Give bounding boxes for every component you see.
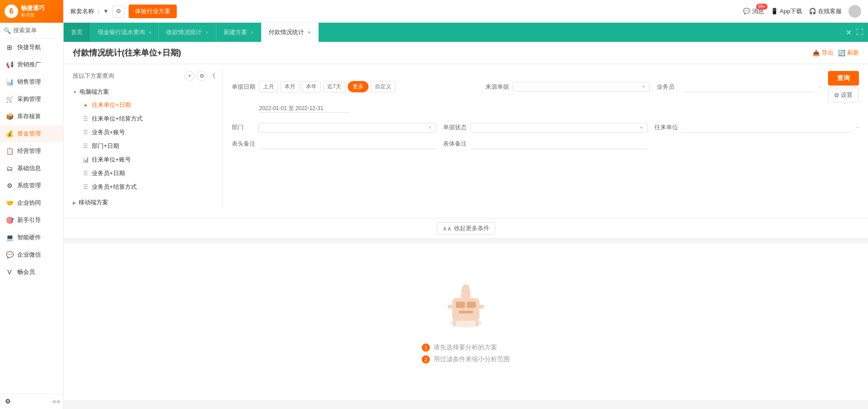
header-note-input[interactable] <box>259 138 436 149</box>
scheme-item-partner-settle[interactable]: ☰ 往来单位+结算方式 <box>73 112 215 126</box>
account-dropdown[interactable]: ▼ <box>103 8 109 15</box>
add-scheme-btn[interactable]: + <box>185 71 195 81</box>
sidebar-item-quick-nav[interactable]: ⊞快捷导航 <box>0 39 63 56</box>
sidebar-label-purchase: 采购管理 <box>17 95 41 103</box>
sidebar-item-guide[interactable]: 🎯新手引导 <box>0 212 63 229</box>
app-download-btn[interactable]: 📱 App下载 <box>771 7 802 15</box>
desktop-scheme-group: ▼ 电脑端方案 ● 往来单位+日期 ☰ 往来单位+结算方式 ☰ <box>73 86 215 194</box>
query-btn-area: 查询 ⚙ 设置 <box>828 71 859 102</box>
date-btn-custom[interactable]: 自定义 <box>371 81 395 92</box>
date-btn-more[interactable]: 更多 <box>348 81 369 92</box>
scheme-item-dept-date[interactable]: ☰ 部门+日期 <box>73 139 215 153</box>
sidebar-icon-operation: 📋 <box>5 147 14 155</box>
desktop-scheme-group-header[interactable]: ▼ 电脑端方案 <box>73 86 215 98</box>
collapse-more-btn[interactable]: ∧∧ 收起更多条件 <box>437 222 495 235</box>
sidebar-header: 6 畅捷通巧 标准版 <box>0 0 63 23</box>
date-btn-last-month[interactable]: 上月 <box>259 81 278 92</box>
sidebar-item-inventory[interactable]: 📦库存核算 <box>0 108 63 125</box>
scheme-item-staff-settle[interactable]: ☰ 业务员+结算方式 <box>73 180 215 194</box>
bill-status-field: 单据状态 ▼ <box>443 123 648 132</box>
settings-display-btn[interactable]: ⚙ 设置 <box>828 88 859 102</box>
sidebar-item-enterprise[interactable]: 🤝企业协同 <box>0 194 63 212</box>
settings-footer-icon[interactable]: ⚙ <box>4 397 12 405</box>
partner-field: 往来单位 ··· <box>654 122 859 133</box>
date-btn-this-month[interactable]: 本月 <box>280 81 299 92</box>
refresh-btn[interactable]: 🔄 刷新 <box>838 49 859 57</box>
group-arrow-down: ▼ <box>73 90 77 95</box>
date-range-input[interactable] <box>259 104 350 113</box>
topbar-left: 账套名称 | ▼ ⚙ 体验行业方案 <box>70 5 738 18</box>
edit-scheme-btn[interactable]: ⚙ <box>197 71 207 81</box>
tab-new-scheme-close[interactable]: × <box>251 30 254 35</box>
tab-bank-flow[interactable]: 现金银行流水查询 × <box>90 23 159 42</box>
scheme-icon: ☰ <box>82 115 89 122</box>
tab-new-scheme[interactable]: 新建方案 × <box>216 23 261 42</box>
tab-receipt-stat-close[interactable]: × <box>205 30 208 35</box>
sidebar-item-basic-info[interactable]: 🗂基础信息 <box>0 160 63 177</box>
body-note-label: 表体备注 <box>443 140 467 148</box>
date-btn-this-year[interactable]: 本年 <box>302 81 321 92</box>
message-btn[interactable]: 💬 消息 99+ <box>743 7 764 15</box>
search-menu[interactable]: 🔍 搜索菜单 <box>0 23 63 39</box>
sidebar-item-system[interactable]: ⚙系统管理 <box>0 177 63 194</box>
sidebar-item-marketing[interactable]: 📢营销推广 <box>0 56 63 73</box>
sidebar-label-inventory: 库存核算 <box>17 112 41 121</box>
scheme-item-label: 往来单位+结算方式 <box>92 115 143 123</box>
sidebar-item-purchase[interactable]: 🛒采购管理 <box>0 91 63 108</box>
scheme-item-partner-account[interactable]: 📊 往来单位+账号 <box>73 153 215 167</box>
sidebar-item-capital[interactable]: 💰资金管理 <box>0 125 63 142</box>
sidebar-icon-marketing: 📢 <box>5 61 14 69</box>
source-select[interactable]: ▼ <box>513 82 650 91</box>
sidebar-item-hardware[interactable]: 💻智能硬件 <box>0 229 63 246</box>
collapse-sidebar-btn[interactable]: ◀◀ <box>51 398 60 404</box>
tab-payment-stat-close[interactable]: × <box>308 30 310 35</box>
filter-fields-col: 单据日期 上月 本月 本年 近7天 更多 自定义 <box>232 71 859 149</box>
mobile-scheme-group: ▶ 移动端方案 <box>73 196 215 209</box>
partner-more-btn[interactable]: ··· <box>856 123 859 131</box>
filter-layout: 按以下方案查询 + ⚙ 《 ▼ 电脑端方案 <box>73 71 859 211</box>
date-btn-7days[interactable]: 近7天 <box>323 81 345 92</box>
search-icon: 🔍 <box>4 27 11 34</box>
sidebar-item-wechat[interactable]: 💬企业微信 <box>0 246 63 263</box>
scheme-item-label: 往来单位+账号 <box>92 156 131 164</box>
page-content: 付款情况统计(往来单位+日期) 📤 导出 🔄 刷新 按以下方案查询 <box>64 42 868 409</box>
user-avatar[interactable] <box>848 5 861 18</box>
export-btn[interactable]: 📤 导出 <box>813 49 833 57</box>
collapse-scheme-btn[interactable]: 《 <box>209 72 215 80</box>
query-btn[interactable]: 查询 <box>828 71 859 86</box>
staff-input[interactable] <box>683 81 814 92</box>
sidebar-label-guide: 新手引导 <box>17 216 41 224</box>
filter-row-2: 部门 ▼ 单据状态 ▼ <box>232 122 859 133</box>
partner-input[interactable] <box>682 122 852 133</box>
sidebar-label-quick-nav: 快捷导航 <box>17 43 41 51</box>
trial-btn[interactable]: 体验行业方案 <box>129 5 177 18</box>
topbar-settings-btn[interactable]: ⚙ <box>112 5 125 18</box>
bill-status-select[interactable]: ▼ <box>470 123 648 132</box>
tab-bank-flow-close[interactable]: × <box>149 30 151 35</box>
scheme-item-partner-date[interactable]: ● 往来单位+日期 <box>73 98 215 112</box>
body-note-input[interactable] <box>470 138 648 149</box>
sidebar-item-operation[interactable]: 📋经营管理 <box>0 142 63 160</box>
sidebar-icon-sales: 📊 <box>5 78 14 86</box>
svg-rect-8 <box>479 305 484 308</box>
dept-select[interactable]: ▼ <box>258 123 436 132</box>
tab-home[interactable]: 首页 <box>64 23 90 42</box>
sidebar-item-vip[interactable]: V畅会员 <box>0 263 63 281</box>
scheme-icon: ☰ <box>82 142 89 150</box>
tab-receipt-stat[interactable]: 收款情况统计 × <box>159 23 216 42</box>
account-name: 账套名称 <box>70 7 94 15</box>
scheme-item-label: 部门+日期 <box>92 142 119 150</box>
maximize-btn[interactable]: ⛶ <box>856 28 863 36</box>
sidebar-item-sales[interactable]: 📊销售管理 <box>0 73 63 91</box>
tab-payment-stat[interactable]: 付款情况统计 × <box>261 23 318 42</box>
sidebar-label-operation: 经营管理 <box>17 147 41 155</box>
scheme-item-label: 业务员+结算方式 <box>92 183 137 191</box>
sidebar-label-capital: 资金管理 <box>17 130 41 138</box>
tip-num-1: 1 <box>422 343 430 352</box>
close-all-tabs-btn[interactable]: ✕ <box>846 28 852 37</box>
scheme-item-staff-account[interactable]: ☰ 业务员+账号 <box>73 126 215 139</box>
staff-more-btn[interactable]: ··· <box>818 83 821 91</box>
scheme-item-staff-date[interactable]: ☰ 业务员+日期 <box>73 167 215 180</box>
mobile-scheme-group-header[interactable]: ▶ 移动端方案 <box>73 196 215 209</box>
online-service-btn[interactable]: 🎧 在线客服 <box>809 7 842 15</box>
